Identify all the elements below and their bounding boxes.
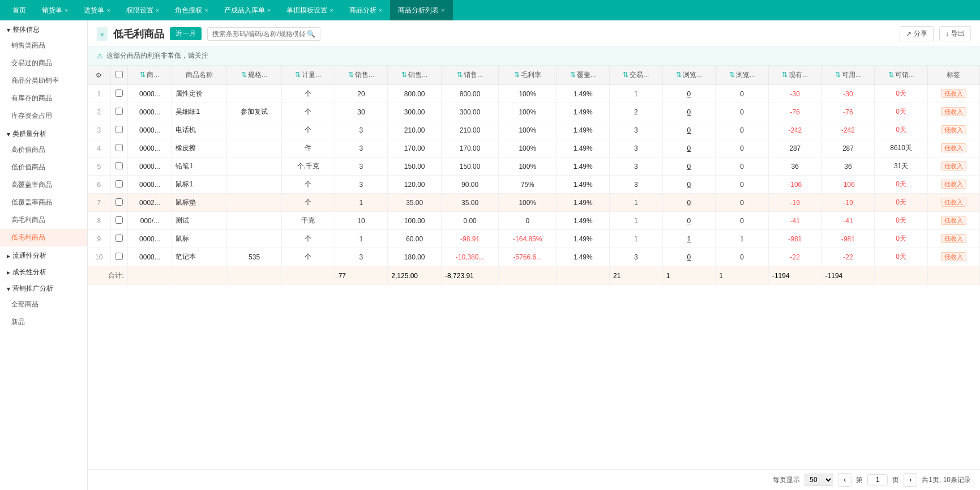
search-input[interactable] [212,30,305,38]
row-name[interactable]: 鼠标1 [172,176,227,194]
col-spec[interactable]: ⇅规格... [227,66,282,85]
row-browse1[interactable]: 0 [662,157,716,176]
search-icon[interactable]: 🔍 [307,30,315,38]
row-checkbox-cell[interactable] [110,176,127,194]
col-settings[interactable]: ⚙ [88,66,110,85]
row-checkbox-cell[interactable] [110,194,127,212]
col-sales[interactable]: ⇅销售... [442,66,499,85]
row-browse1[interactable]: 0 [662,85,716,103]
col-code[interactable]: ⇅商... [127,66,172,85]
sidebar-item-low-margin[interactable]: 低毛利商品 [0,229,87,246]
select-all-checkbox[interactable] [115,71,123,78]
page-input[interactable] [867,474,888,485]
nav-item-sales[interactable]: 销货单 × [34,0,76,20]
sidebar-item-inventory-capital[interactable]: 库存资金占用 [0,107,87,125]
sidebar-group-growth[interactable]: ▸ 成长性分析 [0,263,87,279]
nav-item-permission[interactable]: 权限设置 × [118,0,167,20]
nav-item-home[interactable]: 首页 [5,0,34,20]
nav-close-product-list[interactable]: × [441,7,444,14]
row-checkbox-cell[interactable] [110,212,127,230]
row-browse1[interactable]: 0 [662,121,716,139]
sidebar-item-sales-products[interactable]: 销售类商品 [0,37,87,54]
row-browse1[interactable]: 0 [662,212,716,230]
sidebar-group-cluster[interactable]: ▾ 类群量分析 [0,125,87,141]
row-browse1[interactable]: 0 [662,194,716,212]
sidebar-group-marketing[interactable]: ▾ 营销推广分析 [0,279,87,296]
col-price[interactable]: ⇅销售... [388,66,442,85]
col-checkbox[interactable] [110,66,127,85]
sidebar-item-low-coverage[interactable]: 低覆盖率商品 [0,194,87,211]
row-checkbox-cell[interactable] [110,248,127,266]
share-button[interactable]: ↗ 分享 [900,26,934,41]
nav-item-product-analysis[interactable]: 商品分析 × [341,0,390,20]
sidebar-item-high-margin[interactable]: 高毛利商品 [0,211,87,229]
col-qty[interactable]: ⇅销售... [335,66,388,85]
row-browse1[interactable]: 0 [662,103,716,121]
time-filter-button[interactable]: 近一月 [170,27,202,40]
collapse-sidebar-button[interactable]: « [97,27,108,41]
next-page-button[interactable]: › [904,473,917,487]
row-checkbox[interactable] [115,253,123,260]
row-browse1[interactable]: 0 [662,176,716,194]
nav-close-role[interactable]: × [204,7,208,14]
sidebar-item-traded-products[interactable]: 交易过的商品 [0,54,87,72]
row-checkbox-cell[interactable] [110,157,127,176]
row-checkbox[interactable] [115,180,123,188]
nav-close-sales[interactable]: × [65,7,68,14]
row-checkbox[interactable] [115,216,123,224]
sidebar-group-circulation[interactable]: ▸ 流通性分析 [0,246,87,263]
row-checkbox-cell[interactable] [110,139,127,157]
row-checkbox[interactable] [115,144,123,151]
nav-close-purchase[interactable]: × [106,7,110,14]
nav-close-permission[interactable]: × [156,7,159,14]
nav-item-product-list[interactable]: 商品分析列表 × [390,0,452,20]
export-button[interactable]: ↓ 导出 [939,26,971,41]
sidebar-group-overall[interactable]: ▾ 整体信息 [0,20,87,37]
col-gross-rate[interactable]: ⇅毛利率 [499,66,557,85]
row-checkbox[interactable] [115,126,123,133]
row-name[interactable]: 铅笔1 [172,157,227,176]
row-checkbox-cell[interactable] [110,230,127,248]
nav-item-role[interactable]: 角色授权 × [167,0,216,20]
row-name[interactable]: 鼠标垫 [172,194,227,212]
col-current[interactable]: ⇅现有... [768,66,821,85]
row-browse1[interactable]: 0 [662,248,716,266]
row-checkbox[interactable] [115,90,123,97]
sidebar-item-high-value[interactable]: 高价值商品 [0,141,87,159]
sidebar-item-category-rate[interactable]: 商品分类助销率 [0,72,87,90]
row-name[interactable]: 橡皮擦 [172,139,227,157]
sidebar-item-all-products[interactable]: 全部商品 [0,296,87,313]
nav-close-product-entry[interactable]: × [267,7,271,14]
col-transactions[interactable]: ⇅交易... [609,66,662,85]
col-name[interactable]: 商品名称 [172,66,227,85]
col-browse2[interactable]: ⇅浏览... [716,66,769,85]
col-unit[interactable]: ⇅计量... [281,66,335,85]
row-name[interactable]: 属性定价 [172,85,227,103]
row-browse1[interactable]: 1 [662,230,716,248]
row-name[interactable]: 吴细细1 [172,103,227,121]
sidebar-item-low-value[interactable]: 低价值商品 [0,159,87,176]
sidebar-item-high-coverage[interactable]: 高覆盖率商品 [0,176,87,194]
col-browse1[interactable]: ⇅浏览... [662,66,716,85]
row-checkbox-cell[interactable] [110,85,127,103]
row-name[interactable]: 测试 [172,212,227,230]
sidebar-item-new-products[interactable]: 新品 [0,313,87,331]
nav-close-product-analysis[interactable]: × [379,7,382,14]
row-name[interactable]: 鼠标 [172,230,227,248]
prev-page-button[interactable]: ‹ [838,473,851,487]
sidebar-item-in-stock[interactable]: 有库存的商品 [0,90,87,107]
nav-item-template[interactable]: 单据模板设置 × [279,0,341,20]
col-available[interactable]: ⇅可用... [821,66,875,85]
col-sellable[interactable]: ⇅可销... [875,66,928,85]
row-checkbox[interactable] [115,235,123,242]
row-checkbox-cell[interactable] [110,121,127,139]
row-checkbox[interactable] [115,108,123,115]
nav-close-template[interactable]: × [329,7,333,14]
row-name[interactable]: 笔记本 [172,248,227,266]
col-coverage[interactable]: ⇅覆盖... [557,66,610,85]
nav-item-purchase[interactable]: 进货单 × [76,0,118,20]
row-browse1[interactable]: 0 [662,139,716,157]
nav-item-product-entry[interactable]: 产成品入库单 × [216,0,279,20]
row-checkbox-cell[interactable] [110,103,127,121]
row-checkbox[interactable] [115,198,123,206]
